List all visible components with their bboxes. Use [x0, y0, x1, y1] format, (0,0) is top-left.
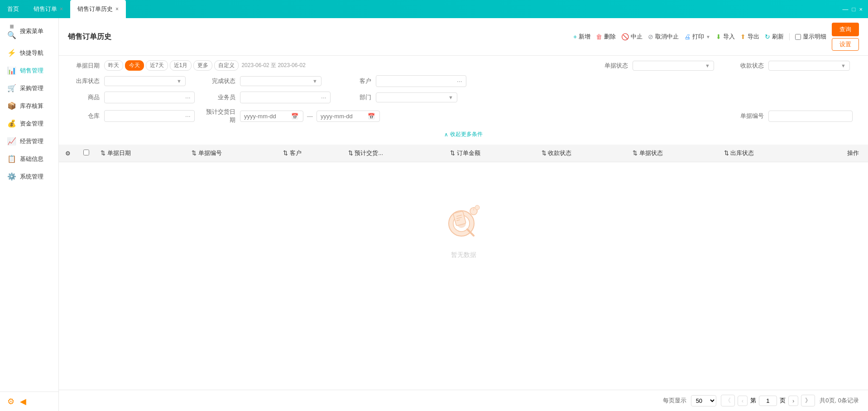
doc-number-control [768, 111, 859, 122]
product-ellipsis-icon[interactable]: ··· [185, 94, 191, 101]
settings-button[interactable]: 设置 [832, 38, 859, 51]
customer-ellipsis-icon[interactable]: ··· [457, 77, 462, 85]
product-input[interactable] [108, 94, 184, 101]
import-button[interactable]: ⬇ 导入 [716, 33, 735, 41]
date-btn-custom[interactable]: 自定义 [214, 60, 239, 71]
date-btn-more[interactable]: 更多 [193, 60, 212, 71]
sidebar-item-basic[interactable]: 📋 基础信息 [0, 150, 58, 168]
toolbar: + 新增 🗑 删除 🚫 中止 ⊘ 取消中止 [573, 23, 859, 51]
print-button[interactable]: 🖨 打印 ▼ [684, 33, 710, 41]
salesman-input[interactable] [244, 94, 320, 101]
cancel-stop-button[interactable]: ⊘ 取消中止 [648, 33, 679, 41]
sidebar-item-inventory[interactable]: 📦 库存核算 [0, 97, 58, 115]
sidebar-item-operation[interactable]: 📈 经营管理 [0, 132, 58, 150]
operation-icon: 📈 [7, 137, 16, 145]
first-page-btn[interactable]: 《 [721, 395, 735, 406]
settings-gear-icon[interactable]: ⚙ [65, 150, 71, 157]
sidebar-collapse-icon[interactable]: ◀ [20, 396, 26, 406]
customer-label: 客户 [340, 77, 376, 85]
sidebar-item-quick-nav[interactable]: ⚡ 快捷导航 [0, 44, 58, 62]
th-payment-status: ⇅ 收款状态 [536, 145, 627, 162]
complete-status-label: 完成状态 [204, 77, 240, 85]
complete-status-arrow-icon: ▼ [312, 78, 317, 84]
sidebar-bottom: ⚙ ◀ [0, 392, 58, 411]
warehouse-label: 仓库 [68, 112, 104, 120]
tab-home-label: 首页 [7, 5, 19, 13]
page-number-input[interactable] [759, 396, 777, 406]
doc-number-label: 单据编号 [732, 112, 768, 120]
product-control: ··· [104, 92, 195, 103]
tab-sales-order-history-close[interactable]: × [115, 6, 119, 12]
empty-state: 暂无数据 [59, 162, 868, 295]
filter-area: 单据日期 昨天 今天 近7天 近1月 更多 自定义 2023-06-02 至 2… [59, 56, 868, 145]
th-number: ⇅ 单据编号 [186, 145, 277, 162]
tab-sales-order-close[interactable]: × [60, 6, 63, 12]
stop-button[interactable]: 🚫 中止 [621, 33, 643, 41]
quick-nav-icon: ⚡ [7, 48, 16, 57]
out-status-select[interactable]: ▼ [104, 76, 186, 86]
sidebar-item-system[interactable]: ⚙️ 系统管理 [0, 168, 58, 185]
show-detail-checkbox[interactable] [795, 34, 801, 40]
complete-status-select[interactable]: ▼ [240, 76, 321, 86]
window-minimize-btn[interactable]: — [843, 6, 849, 13]
payment-status-arrow-icon: ▼ [841, 63, 846, 68]
salesman-ellipsis-icon[interactable]: ··· [321, 94, 326, 101]
prev-page-btn[interactable]: ‹ [738, 396, 748, 406]
page-size-select[interactable]: 50 10 20 100 [691, 395, 716, 406]
data-table: ⚙ ⇅ 单据日期 ⇅ 单据编号 ⇅ 客户 [59, 145, 868, 295]
sales-icon: 📊 [7, 66, 16, 75]
search-menu-icon: ≡🔍 [7, 23, 16, 39]
dept-control: ▼ [376, 92, 466, 102]
sidebar-item-sales[interactable]: 📊 销售管理 [0, 62, 58, 79]
delivery-date-start-input[interactable] [244, 113, 289, 120]
warehouse-ellipsis-icon[interactable]: ··· [185, 112, 191, 120]
sidebar-item-search-menu[interactable]: ≡🔍 搜索菜单 [0, 18, 58, 44]
window-maximize-btn[interactable]: □ [852, 6, 856, 13]
tab-home[interactable]: 首页 [0, 0, 26, 18]
product-input-wrapper: ··· [104, 92, 195, 103]
customer-input[interactable] [380, 78, 456, 85]
date-buttons: 昨天 今天 近7天 近1月 更多 自定义 [104, 60, 239, 71]
collapse-row[interactable]: ∧ 收起更多条件 [68, 129, 859, 141]
out-status-label: 出库状态 [68, 77, 104, 85]
window-controls: — □ × [843, 6, 868, 13]
sidebar-item-purchase[interactable]: 🛒 采购管理 [0, 79, 58, 97]
tab-sales-order-history[interactable]: 销售订单历史 × [70, 0, 126, 18]
export-button[interactable]: ⬆ 导出 [740, 33, 759, 41]
window-close-btn[interactable]: × [859, 6, 863, 13]
warehouse-input[interactable] [108, 113, 184, 120]
status-filter-label: 单据状态 [596, 62, 633, 70]
date-btn-7days[interactable]: 近7天 [146, 60, 168, 71]
th-delivery: ⇅ 预计交货... [343, 145, 445, 162]
delete-icon: 🗑 [596, 33, 602, 40]
th-amount: ⇅ 订单金额 [445, 145, 536, 162]
dept-select[interactable]: ▼ [376, 92, 457, 102]
empty-text: 暂无数据 [451, 251, 476, 259]
date-btn-1month[interactable]: 近1月 [170, 60, 192, 71]
tab-sales-order[interactable]: 销售订单 × [26, 0, 70, 18]
out-status-control: ▼ [104, 76, 195, 86]
select-all-checkbox[interactable] [83, 150, 89, 155]
sidebar-item-finance[interactable]: 💰 资金管理 [0, 115, 58, 132]
status-select[interactable]: ▼ [633, 61, 714, 71]
query-button[interactable]: 查询 [832, 23, 859, 36]
show-detail-checkbox-label[interactable]: 显示明细 [795, 33, 826, 41]
date-filter-control: 昨天 今天 近7天 近1月 更多 自定义 2023-06-02 至 2023-0… [104, 60, 587, 71]
next-page-btn[interactable]: › [788, 396, 798, 406]
system-icon: ⚙️ [7, 172, 16, 181]
delete-button[interactable]: 🗑 删除 [596, 33, 616, 41]
payment-status-select[interactable]: ▼ [768, 61, 850, 71]
new-button[interactable]: + 新增 [573, 33, 590, 41]
inventory-icon: 📦 [7, 102, 16, 110]
delivery-date-end-input[interactable] [321, 113, 366, 120]
date-btn-today[interactable]: 今天 [125, 60, 144, 71]
doc-number-input[interactable] [772, 113, 849, 120]
date-btn-yesterday[interactable]: 昨天 [104, 60, 123, 71]
salesman-control: ··· [240, 92, 331, 103]
status-arrow-icon: ▼ [705, 63, 710, 68]
finance-icon: 💰 [7, 119, 16, 128]
refresh-button[interactable]: ↻ 刷新 [765, 33, 784, 41]
sidebar-settings-icon[interactable]: ⚙ [7, 396, 14, 406]
last-page-btn[interactable]: 》 [801, 395, 815, 406]
th-settings[interactable]: ⚙ [59, 145, 77, 162]
